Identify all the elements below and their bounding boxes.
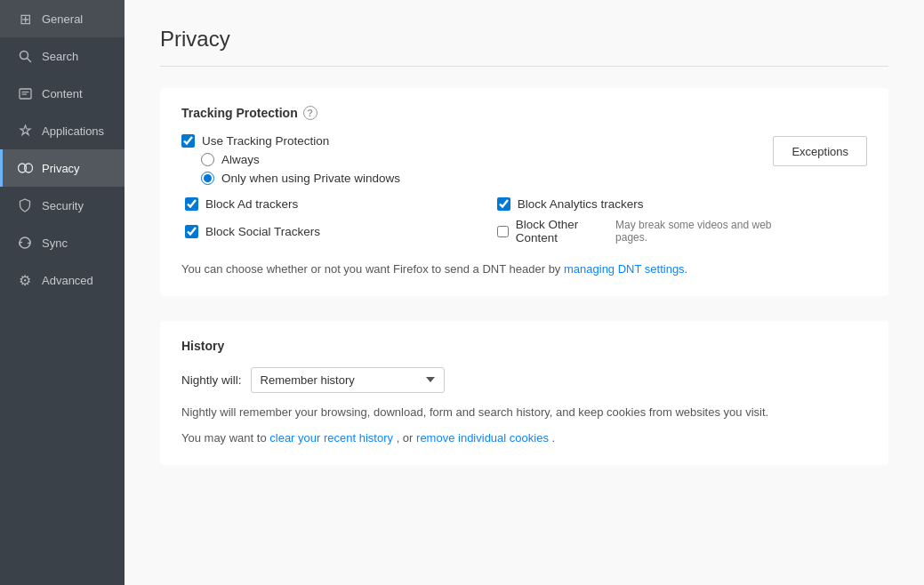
dnt-link[interactable]: managing DNT settings. [564,262,687,276]
history-row: Nightly will: Remember history Never rem… [181,367,867,393]
block-ad-item: Block Ad trackers [185,197,462,211]
main-content: Privacy Tracking Protection ? Use Tracki… [125,0,924,585]
use-tracking-row: Use Tracking Protection [181,134,773,148]
tracking-protection-section: Tracking Protection ? Use Tracking Prote… [160,88,888,296]
sidebar-item-content[interactable]: Content [0,75,125,112]
trackers-grid: Block Ad trackers Block Analytics tracke… [185,197,773,244]
block-ad-checkbox[interactable] [185,197,198,211]
general-icon: ⊞ [17,11,33,27]
search-icon [17,48,33,64]
privacy-icon [17,160,33,176]
applications-icon [17,123,33,139]
private-windows-row: Only when using Private windows [201,172,773,185]
sidebar-item-label: Privacy [42,162,80,175]
always-label: Always [221,153,260,166]
use-tracking-checkbox[interactable] [181,134,195,148]
private-windows-radio[interactable] [201,172,214,185]
block-analytics-checkbox[interactable] [497,197,510,211]
sidebar-item-label: Search [42,50,78,63]
always-radio[interactable] [201,153,214,166]
history-section-title: History [181,339,867,353]
sidebar-item-general[interactable]: ⊞ General [0,0,125,37]
sidebar-item-label: Advanced [42,274,93,287]
svg-line-1 [27,58,30,61]
history-section: History Nightly will: Remember history N… [160,321,888,465]
nightly-label: Nightly will: [181,373,242,387]
clear-history-link[interactable]: clear your recent history [269,431,393,445]
sidebar: ⊞ General Search Content Applications Pr… [0,0,125,585]
block-other-note: May break some videos and web pages. [615,219,773,244]
block-other-item: Block Other Content May break some video… [497,218,774,244]
block-analytics-item: Block Analytics trackers [497,197,774,211]
tracking-options: Use Tracking Protection Always Only when… [181,134,773,244]
tracking-section-title: Tracking Protection ? [181,106,867,120]
block-social-label: Block Social Trackers [205,225,320,238]
sidebar-item-label: Security [42,199,84,212]
dnt-text: You can choose whether or not you want F… [181,260,867,278]
block-other-label: Block Other Content [516,218,605,244]
block-social-item: Block Social Trackers [185,218,462,244]
title-divider [160,66,888,67]
page-title: Privacy [160,27,888,52]
sync-icon [17,235,33,251]
history-links: You may want to clear your recent histor… [181,429,867,447]
help-icon[interactable]: ? [303,106,317,120]
sidebar-item-privacy[interactable]: Privacy [0,149,125,187]
sidebar-item-label: Content [42,87,83,100]
block-other-checkbox[interactable] [497,225,509,238]
advanced-icon: ⚙ [17,272,33,288]
sidebar-item-applications[interactable]: Applications [0,112,125,149]
exceptions-button[interactable]: Exceptions [773,136,867,166]
sidebar-item-sync[interactable]: Sync [0,224,125,261]
private-windows-label: Only when using Private windows [221,172,400,185]
always-row: Always [201,153,773,166]
history-desc: Nightly will remember your browsing, dow… [181,404,867,421]
tracking-row: Use Tracking Protection Always Only when… [181,134,867,244]
block-social-checkbox[interactable] [185,225,198,238]
sidebar-item-label: General [42,12,83,26]
sidebar-item-label: Applications [42,124,104,138]
remove-cookies-link[interactable]: remove individual cookies [416,431,549,445]
sidebar-item-security[interactable]: Security [0,187,125,224]
security-icon [17,197,33,213]
block-analytics-label: Block Analytics trackers [518,197,644,211]
sidebar-item-advanced[interactable]: ⚙ Advanced [0,261,125,299]
sidebar-item-search[interactable]: Search [0,37,125,75]
use-tracking-label: Use Tracking Protection [202,134,329,148]
sidebar-item-label: Sync [42,236,68,250]
block-ad-label: Block Ad trackers [205,197,298,211]
history-dropdown[interactable]: Remember history Never remember history … [251,367,445,393]
content-icon [17,85,33,101]
